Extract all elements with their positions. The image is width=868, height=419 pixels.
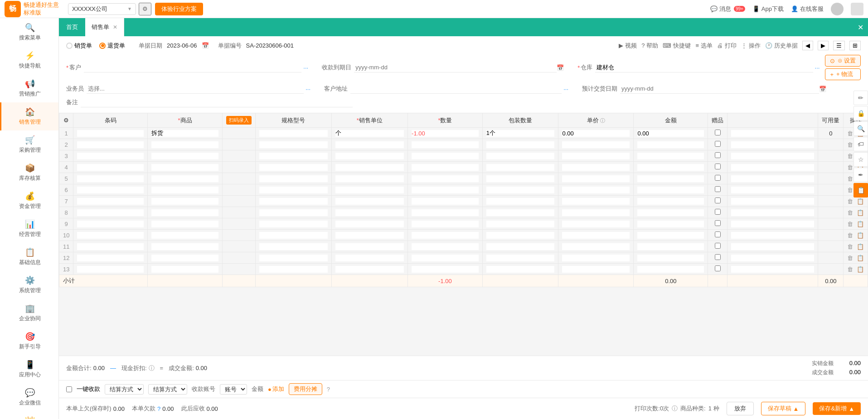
- cell-unit[interactable]: [331, 150, 407, 162]
- sidebar-item-basics[interactable]: 📋 基础信息: [0, 243, 58, 271]
- cell-barcode[interactable]: [73, 162, 148, 173]
- cell-pack-qty[interactable]: [482, 264, 558, 275]
- cell-product[interactable]: [148, 196, 223, 207]
- cell-spec[interactable]: [255, 162, 331, 173]
- tab-sales-order[interactable]: 销售单 ✕: [85, 18, 124, 36]
- sidebar-item-operations[interactable]: 📊 经营管理: [0, 215, 58, 243]
- cell-amount[interactable]: [634, 128, 708, 139]
- sidebar-item-wechat[interactable]: 💬 企业微信: [0, 383, 58, 411]
- cell-remarks[interactable]: [727, 218, 818, 230]
- payment-method-select[interactable]: 结算方式: [105, 384, 144, 395]
- cell-price[interactable]: [558, 264, 634, 275]
- delete-icon[interactable]: 🗑: [847, 243, 853, 250]
- discard-button[interactable]: 放弃: [727, 402, 754, 415]
- cell-product[interactable]: [148, 150, 223, 162]
- cell-barcode[interactable]: [73, 241, 148, 252]
- cell-price[interactable]: [558, 241, 634, 252]
- copy-icon[interactable]: 📋: [857, 232, 864, 239]
- cell-remarks[interactable]: [727, 173, 818, 184]
- customer-addr-input[interactable]: [350, 84, 562, 94]
- cell-gift[interactable]: [708, 218, 727, 230]
- cell-gift[interactable]: [708, 128, 727, 139]
- scan-button[interactable]: 扫码录入: [226, 116, 252, 125]
- cell-quantity[interactable]: [408, 139, 483, 150]
- payment-account-select[interactable]: 账号: [220, 384, 247, 395]
- cell-pack-qty[interactable]: [482, 230, 558, 241]
- cell-amount[interactable]: [634, 150, 708, 162]
- cell-quantity[interactable]: [408, 252, 483, 264]
- cell-pack-qty[interactable]: [482, 241, 558, 252]
- cell-price[interactable]: [558, 196, 634, 207]
- cell-unit[interactable]: [331, 139, 407, 150]
- cell-remarks[interactable]: [727, 241, 818, 252]
- sidebar-item-inventory[interactable]: 📦 库存核算: [0, 159, 58, 187]
- delete-icon[interactable]: 🗑: [847, 164, 853, 171]
- cell-product[interactable]: [148, 139, 223, 150]
- cell-pack-qty[interactable]: [482, 150, 558, 162]
- cell-gift[interactable]: [708, 196, 727, 207]
- cell-unit[interactable]: [331, 173, 407, 184]
- cell-price[interactable]: [558, 252, 634, 264]
- cell-quantity[interactable]: [408, 207, 483, 218]
- cell-pack-qty[interactable]: [482, 218, 558, 230]
- radio-sales[interactable]: 销货单: [66, 42, 92, 50]
- settings-button[interactable]: ⊙ ⊙ 设置: [825, 55, 861, 67]
- cell-spec[interactable]: [255, 241, 331, 252]
- cell-spec[interactable]: [255, 207, 331, 218]
- customer-dots-icon[interactable]: ···: [303, 64, 308, 71]
- delete-icon[interactable]: 🗑: [847, 255, 853, 261]
- cell-pack-qty[interactable]: [482, 252, 558, 264]
- due-date-input[interactable]: [354, 63, 557, 72]
- float-btn-tag[interactable]: 🏷: [853, 137, 868, 151]
- delete-icon[interactable]: 🗑: [847, 198, 853, 205]
- cell-unit[interactable]: [331, 184, 407, 196]
- tab-home[interactable]: 首页: [59, 18, 85, 36]
- cell-unit[interactable]: [331, 162, 407, 173]
- cell-quantity[interactable]: [408, 218, 483, 230]
- float-btn-lock[interactable]: 🔒: [853, 106, 868, 120]
- copy-icon[interactable]: 📋: [857, 198, 864, 205]
- cell-remarks[interactable]: [727, 196, 818, 207]
- cell-price[interactable]: [558, 218, 634, 230]
- cell-remarks[interactable]: [727, 128, 818, 139]
- th-settings[interactable]: ⚙: [59, 113, 73, 128]
- trial-button[interactable]: 体验行业方案: [155, 3, 203, 15]
- cell-gift[interactable]: [708, 184, 727, 196]
- company-selector[interactable]: XXXXXX公司 ▼: [68, 3, 136, 15]
- shortcut-btn[interactable]: ⌨ 快捷键: [663, 42, 691, 50]
- cell-product[interactable]: [148, 218, 223, 230]
- cell-quantity[interactable]: [408, 162, 483, 173]
- cell-gift[interactable]: [708, 252, 727, 264]
- salesperson-input[interactable]: [87, 84, 304, 94]
- fee-help-icon[interactable]: ?: [327, 386, 330, 393]
- cell-spec[interactable]: [255, 264, 331, 275]
- cell-barcode[interactable]: [73, 264, 148, 275]
- cell-remarks[interactable]: [727, 162, 818, 173]
- sidebar-item-search[interactable]: 🔍 搜索菜单: [0, 18, 58, 46]
- cell-gift[interactable]: [708, 162, 727, 173]
- cell-quantity[interactable]: [408, 264, 483, 275]
- cell-barcode[interactable]: [73, 184, 148, 196]
- cell-amount[interactable]: [634, 173, 708, 184]
- cell-gift[interactable]: [708, 207, 727, 218]
- cell-barcode[interactable]: [73, 218, 148, 230]
- cell-product[interactable]: [148, 264, 223, 275]
- sidebar-item-marketing[interactable]: 📢 营销推广: [0, 74, 58, 102]
- cell-remarks[interactable]: [727, 184, 818, 196]
- cell-amount[interactable]: [634, 162, 708, 173]
- cell-quantity[interactable]: [408, 230, 483, 241]
- cell-barcode[interactable]: [73, 128, 148, 139]
- cell-barcode[interactable]: [73, 252, 148, 264]
- sidebar-item-quick-nav[interactable]: ⚡ 快捷导航: [0, 46, 58, 74]
- sidebar-item-enterprise[interactable]: 🏢 企业协同: [0, 299, 58, 327]
- cell-amount[interactable]: [634, 264, 708, 275]
- view-list-btn[interactable]: ☰: [833, 41, 845, 50]
- cell-unit[interactable]: [331, 252, 407, 264]
- cell-price[interactable]: [558, 128, 634, 139]
- payment-method-select2[interactable]: 结算方式: [148, 384, 187, 395]
- salesperson-dots-icon[interactable]: ···: [305, 86, 310, 92]
- user-menu[interactable]: [851, 3, 863, 15]
- cell-unit[interactable]: [331, 128, 407, 139]
- cell-remarks[interactable]: [727, 252, 818, 264]
- cell-spec[interactable]: [255, 184, 331, 196]
